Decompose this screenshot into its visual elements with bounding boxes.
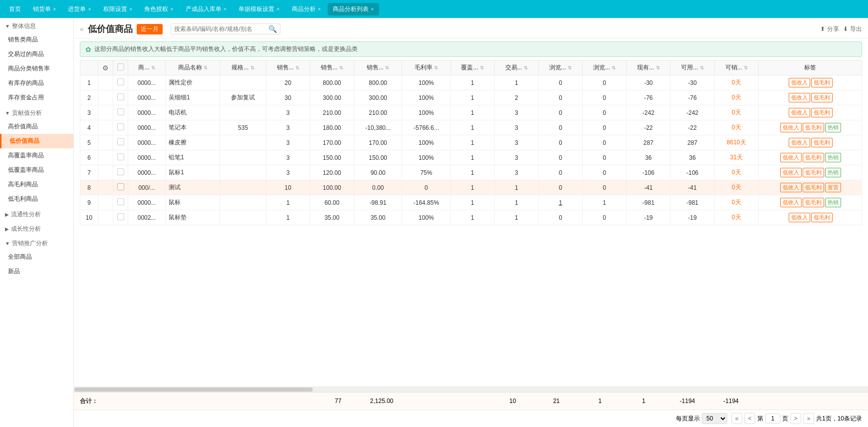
nav-close-purchase-order[interactable]: × (88, 6, 91, 12)
nav-close-product-analysis[interactable]: × (318, 6, 321, 12)
nav-close-product-inbound[interactable]: × (223, 6, 226, 12)
next-page-btn[interactable]: > (790, 413, 801, 424)
sidebar-item-all-goods[interactable]: 全部商品 (0, 250, 73, 264)
tag: 低收入 (789, 213, 810, 222)
top-nav: 首页 销货单 × 进货单 × 权限设置 × 角色授权 × 产成品入库单 × 单据… (0, 0, 868, 18)
per-page-select[interactable]: 50 100 200 (702, 413, 727, 424)
cell-trade: 1 (494, 75, 538, 90)
sidebar-item-capital-usage[interactable]: 库存资金占用 (0, 90, 73, 105)
table-wrapper[interactable]: ⚙ 商... ⇅ 商品名称 ⇅ 规格... ⇅ 销售... ⇅ 销售... ⇅ … (74, 60, 868, 387)
sidebar-item-sales-goods[interactable]: 销售类商品 (0, 32, 73, 47)
cell-checkbox[interactable] (113, 195, 128, 210)
cell-sales-amt: 800.00 (310, 75, 354, 90)
row-checkbox[interactable] (117, 153, 124, 160)
col-coverage[interactable]: 覆盖... ⇅ (450, 60, 494, 75)
cell-sales-qty: 1 (266, 195, 310, 210)
col-sales-profit[interactable]: 销售... ⇅ (354, 60, 402, 75)
cell-stock-current: 287 (627, 135, 670, 150)
nav-product-analysis-list[interactable]: 商品分析列表 × (328, 3, 379, 15)
sidebar-group-marketing[interactable]: ▼ 营销推广分析 (0, 235, 73, 250)
cell-checkbox[interactable] (113, 120, 128, 135)
filter-tag-recent-month[interactable]: 近一月 (137, 24, 163, 34)
cell-checkbox[interactable] (113, 150, 128, 165)
sidebar-group-contribution[interactable]: ▼ 贡献值分析 (0, 105, 73, 119)
col-view2[interactable]: 浏览... ⇅ (583, 60, 627, 75)
sidebar-item-high-value[interactable]: 高价值商品 (0, 119, 73, 134)
sidebar-item-low-value[interactable]: 低价值商品 (0, 134, 73, 148)
sidebar-group-growth[interactable]: ▶ 成长性分析 (0, 221, 73, 235)
col-stock-available[interactable]: 可用... ⇅ (670, 60, 714, 75)
col-trade[interactable]: 交易... ⇅ (494, 60, 538, 75)
footer-trade: 21 (535, 398, 579, 405)
col-margin[interactable]: 毛利率 ⇅ (402, 60, 450, 75)
header-checkbox[interactable] (117, 63, 124, 70)
cell-checkbox[interactable] (113, 165, 128, 180)
sidebar-group-liquidity[interactable]: ▶ 流通性分析 (0, 206, 73, 221)
search-icon[interactable]: 🔍 (268, 25, 277, 33)
sidebar-item-low-margin[interactable]: 低毛利商品 (0, 192, 73, 206)
cell-checkbox[interactable] (113, 180, 128, 195)
col-sales-amt[interactable]: 销售... ⇅ (310, 60, 354, 75)
nav-sales-order[interactable]: 销货单 × (28, 3, 61, 15)
sidebar-collapse-btn[interactable]: « (80, 25, 84, 33)
row-checkbox[interactable] (117, 123, 124, 130)
col-name[interactable]: 商品名称 ⇅ (166, 60, 220, 75)
sidebar-item-high-margin[interactable]: 高毛利商品 (0, 177, 73, 192)
nav-permission[interactable]: 权限设置 × (98, 3, 137, 15)
cell-name: 测试 (166, 180, 220, 195)
sidebar-item-low-coverage[interactable]: 低覆盖率商品 (0, 163, 73, 177)
row-checkbox[interactable] (117, 183, 124, 190)
nav-close-product-analysis-list[interactable]: × (371, 6, 374, 12)
cell-checkbox[interactable] (113, 210, 128, 225)
row-checkbox[interactable] (117, 138, 124, 145)
row-checkbox[interactable] (117, 108, 124, 115)
prev-page-btn[interactable]: < (744, 413, 755, 424)
row-checkbox[interactable] (117, 198, 124, 205)
sidebar-group-overall[interactable]: ▼ 整体信息 (0, 18, 73, 32)
nav-product-analysis[interactable]: 商品分析 × (287, 3, 326, 15)
cell-checkbox[interactable] (113, 105, 128, 120)
cell-checkbox[interactable] (113, 75, 128, 90)
first-page-btn[interactable]: « (731, 413, 742, 424)
nav-template-settings[interactable]: 单据模板设置 × (233, 3, 284, 15)
sidebar-item-stock-goods[interactable]: 有库存的商品 (0, 76, 73, 90)
col-gear[interactable]: ⚙ (98, 60, 113, 75)
col-sales-qty[interactable]: 销售... ⇅ (266, 60, 310, 75)
col-stock-saleable[interactable]: 可销... ⇅ (714, 60, 758, 75)
nav-home[interactable]: 首页 (4, 3, 26, 15)
cell-code: 0000... (128, 90, 166, 105)
share-button[interactable]: ⬆ 分享 (820, 25, 839, 33)
cell-view1: 0 (538, 180, 582, 195)
nav-product-inbound[interactable]: 产成品入库单 × (181, 3, 231, 15)
row-checkbox[interactable] (117, 78, 124, 85)
row-checkbox[interactable] (117, 93, 124, 100)
cell-view1[interactable]: 1 (538, 195, 582, 210)
cell-checkbox[interactable] (113, 90, 128, 105)
last-page-btn[interactable]: » (803, 413, 814, 424)
row-checkbox[interactable] (117, 213, 124, 220)
col-stock-current[interactable]: 现有... ⇅ (627, 60, 670, 75)
main-layout: ▼ 整体信息 销售类商品 交易过的商品 商品分类销售率 有库存的商品 库存资金占… (0, 18, 868, 427)
sidebar-item-high-coverage[interactable]: 高覆盖率商品 (0, 148, 73, 163)
nav-close-sales-order[interactable]: × (53, 6, 56, 12)
nav-role-auth[interactable]: 角色授权 × (139, 3, 178, 15)
col-view1[interactable]: 浏览... ⇅ (538, 60, 582, 75)
search-input[interactable] (174, 25, 266, 32)
sidebar-item-traded-goods[interactable]: 交易过的商品 (0, 47, 73, 61)
sidebar-item-new-goods[interactable]: 新品 (0, 264, 73, 279)
nav-purchase-order[interactable]: 进货单 × (63, 3, 96, 15)
cell-name: 鼠标垫 (166, 210, 220, 225)
nav-close-template[interactable]: × (276, 6, 279, 12)
sidebar-item-category-rate[interactable]: 商品分类销售率 (0, 61, 73, 76)
page-input[interactable] (765, 414, 780, 424)
horizontal-scrollbar[interactable] (74, 387, 868, 392)
col-spec[interactable]: 规格... ⇅ (220, 60, 266, 75)
row-checkbox[interactable] (117, 168, 124, 175)
col-checkbox (113, 60, 128, 75)
export-button[interactable]: ⬇ 导出 (843, 25, 862, 33)
nav-close-permission[interactable]: × (129, 6, 132, 12)
nav-close-role-auth[interactable]: × (170, 6, 173, 12)
cell-stock-saleable: 31天 (714, 150, 758, 165)
col-code[interactable]: 商... ⇅ (128, 60, 166, 75)
cell-checkbox[interactable] (113, 135, 128, 150)
